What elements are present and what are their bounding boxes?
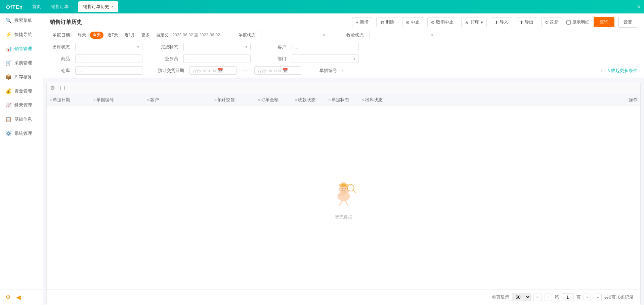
next-page-btn[interactable]: ›	[584, 294, 591, 301]
sidebar-item-system[interactable]: ⚙️ 系统管理	[0, 126, 43, 141]
bill-no-input[interactable]	[342, 69, 602, 72]
table-area: ⚙ ⇅ 单据日期 ⇅ 单据编号 ⇅ 客户 ⇅ 预计交	[46, 82, 641, 305]
customer-label: 客户	[266, 44, 286, 50]
date-btn-today[interactable]: 今天	[90, 32, 103, 39]
page-suffix: 页	[576, 294, 581, 300]
print-arrow-icon: ▾	[481, 20, 483, 25]
setting-label: 设置	[624, 20, 632, 25]
sidebar-item-sales[interactable]: 📊 销售管理	[0, 42, 43, 56]
stop-icon: ⊘	[406, 20, 410, 25]
th-date[interactable]: ⇅ 单据日期	[47, 97, 90, 103]
delivery-date-start-input[interactable]: yyyy-mm-dd 📅	[189, 66, 237, 75]
sidebar-item-inventory-label: 库存核算	[14, 74, 32, 80]
tab-sales-order-close[interactable]: ×	[71, 4, 73, 9]
sidebar-item-operations[interactable]: 📈 经营管理	[0, 98, 43, 112]
page-size-select[interactable]: 50 20 100	[512, 293, 531, 301]
show-detail-checkbox[interactable]	[566, 20, 571, 25]
import-button[interactable]: ⬇ 导入	[491, 17, 512, 27]
collapse-label: 收起更多条件	[611, 68, 637, 74]
delivery-date-end-input[interactable]: yyyy-mm-dd 📅	[254, 66, 301, 75]
th-amount[interactable]: ⇅ 订单金额	[255, 97, 292, 103]
date-btn-yesterday[interactable]: 昨天	[75, 32, 89, 39]
svg-line-5	[353, 190, 355, 193]
sidebar-item-purchase[interactable]: 🛒 采购管理	[0, 56, 43, 70]
th-customer[interactable]: ⇅ 客户	[144, 97, 211, 103]
th-bill-status[interactable]: ⇅ 单据状态	[326, 97, 359, 103]
th-stock-status[interactable]: ⇅ 出库状态	[359, 97, 393, 103]
refresh-button[interactable]: ↻ 刷新	[541, 17, 562, 27]
dept-select[interactable]: ▾	[292, 54, 359, 63]
collapse-sidebar-icon[interactable]: ◀	[16, 294, 21, 301]
sales-rep-input[interactable]: ...	[183, 54, 251, 63]
sidebar-item-base-info[interactable]: 📋 基础信息	[0, 112, 43, 126]
stock-out-select[interactable]: ▾	[75, 43, 142, 51]
th-date-label: 单据日期	[53, 97, 70, 103]
delete-icon: 🗑	[380, 20, 384, 25]
date-btn-1month[interactable]: 近1月	[122, 32, 138, 39]
query-button[interactable]: 查询	[594, 17, 614, 27]
last-page-btn[interactable]: »	[594, 294, 602, 301]
tab-sales-order[interactable]: 销售订单 ×	[46, 1, 78, 12]
th-delivery[interactable]: ⇅ 预计交货...	[211, 97, 255, 103]
th-pay-status[interactable]: ⇅ 收款状态	[292, 97, 326, 103]
svg-point-2	[342, 188, 343, 189]
th-pay-status-label: 收款状态	[298, 97, 315, 103]
date-btn-custom[interactable]: 自定义	[154, 32, 171, 39]
date-separator: —	[242, 68, 249, 73]
date-btn-more[interactable]: 更多	[139, 32, 152, 39]
pay-status-select[interactable]: ▾	[369, 31, 436, 39]
delete-button[interactable]: 🗑 删除	[376, 17, 398, 27]
date-btn-7days[interactable]: 近7天	[105, 32, 121, 39]
import-icon: ⬇	[495, 20, 498, 25]
sidebar-item-inventory[interactable]: 📦 库存核算	[0, 70, 43, 84]
new-button[interactable]: + 新增	[352, 17, 372, 27]
sidebar-item-quick-nav[interactable]: ⚡ 快捷导航	[0, 28, 43, 42]
sidebar-item-finance[interactable]: 💰 资金管理	[0, 84, 43, 98]
search-menu-icon: 🔍	[5, 17, 12, 24]
first-page-btn[interactable]: «	[533, 294, 542, 301]
show-detail-label: 显示明细	[572, 19, 590, 25]
sidebar-item-search[interactable]: 🔍 搜索菜单	[0, 13, 43, 28]
pay-status-arrow: ▾	[431, 33, 433, 38]
empty-illustration	[327, 175, 360, 209]
tab-sales-history-close[interactable]: ×	[111, 4, 114, 9]
tab-home[interactable]: 首页	[28, 1, 46, 12]
th-num[interactable]: ⇅ 单据编号	[90, 97, 144, 103]
sort-icon-pay-status: ⇅	[295, 98, 297, 102]
tab-sales-history[interactable]: 销售订单历史 ×	[78, 1, 118, 12]
export-label: 导出	[525, 19, 533, 25]
page-number-input[interactable]	[562, 293, 574, 301]
print-button[interactable]: 🖨 打印 ▾	[461, 17, 487, 27]
setting-button[interactable]: 设置	[618, 17, 637, 28]
complete-select[interactable]: ▾	[183, 43, 251, 51]
sales-rep-dots: ...	[186, 56, 190, 61]
warehouse-input[interactable]: ...	[75, 66, 142, 75]
sidebar-bottom: ⚙ ◀	[0, 289, 43, 305]
export-button[interactable]: ⬆ 导出	[516, 17, 537, 27]
prev-page-btn[interactable]: ‹	[545, 294, 552, 301]
sort-icon-date: ⇅	[49, 98, 52, 102]
bill-no-label: 单据编号	[317, 68, 337, 74]
top-bar: OfTEn 首页 销售订单 × 销售订单历史 × ×	[0, 0, 644, 13]
print-label: 打印	[471, 19, 479, 25]
settings-bottom-icon[interactable]: ⚙	[5, 294, 11, 301]
quick-nav-icon: ⚡	[5, 32, 12, 38]
window-close-icon[interactable]: ×	[637, 3, 641, 10]
show-detail-checkbox-label[interactable]: 显示明细	[566, 19, 590, 25]
finance-icon: 💰	[5, 88, 12, 94]
empty-text: 暂无数据	[335, 214, 352, 220]
cancel-stop-button[interactable]: ⊘ 取消中止	[427, 17, 457, 27]
bill-status-select[interactable]: ▾	[261, 31, 328, 39]
stop-button[interactable]: ⊘ 中止	[402, 17, 423, 27]
select-all-checkbox[interactable]	[60, 86, 65, 90]
goods-label: 商品	[50, 56, 70, 62]
table-settings-icon[interactable]: ⚙	[50, 85, 55, 91]
filter-row-2: 出库状态 ▾ 完成状态 ▾ 客户 ...	[50, 43, 637, 51]
goods-input[interactable]: ...	[75, 54, 142, 63]
collapse-btn[interactable]: ∧ 收起更多条件	[607, 68, 637, 74]
refresh-icon: ↻	[545, 20, 549, 25]
export-icon: ⬆	[520, 20, 523, 25]
stop-label: 中止	[411, 19, 420, 25]
total-records-text: 共0页, 0条记录	[604, 294, 634, 300]
customer-input[interactable]: ...	[292, 43, 359, 51]
